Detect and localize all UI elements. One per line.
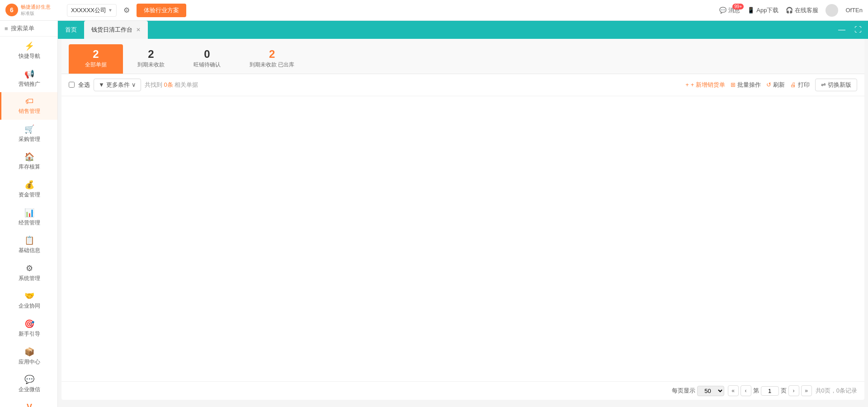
select-all-checkbox[interactable] <box>69 82 75 88</box>
stat-shipped-number: 2 <box>269 48 275 61</box>
toolbar-right: + + 新增销货单 ⊞ 批量操作 ↺ 刷新 🖨 打印 ⇌ 切换新版 <box>685 79 857 91</box>
page-size-selector: 每页显示 50 100 200 <box>672 386 724 396</box>
per-page-label: 每页显示 <box>672 387 695 395</box>
sales-icon: 🏷 <box>25 97 33 106</box>
sidebar-item-inventory[interactable]: 🏠 库存核算 <box>0 147 57 175</box>
toolbar: 全选 ▼ 更多条件 ∨ 共找到 0条 相关单据 + + 新增销货单 <box>61 74 864 96</box>
tab-close-icon[interactable]: ✕ <box>136 27 141 33</box>
sidebar-item-quick-nav[interactable]: ⚡ 快捷导航 <box>0 37 57 65</box>
tab-minimize-btn[interactable]: — <box>835 23 848 36</box>
found-prefix: 共找到 <box>145 81 162 88</box>
gear-icon: ⚙ <box>123 6 130 14</box>
sidebar-item-wechat[interactable]: 💬 企业微信 <box>0 370 57 398</box>
stat-tab-wangpu[interactable]: 0 旺铺待确认 <box>179 44 235 74</box>
sidebar-label-finance: 资金管理 <box>19 192 40 199</box>
switch-label: 切换新版 <box>828 81 851 89</box>
last-page-btn[interactable]: » <box>801 385 812 396</box>
sidebar-item-vip[interactable]: V 畅会员 <box>0 398 57 407</box>
sidebar-item-app-center[interactable]: 📦 应用中心 <box>0 342 57 370</box>
sidebar: ≡ 搜索菜单 ⚡ 快捷导航 📢 营销推广 🏷 销售管理 🛒 采购管理 🏠 库存核… <box>0 0 58 407</box>
quick-nav-icon: ⚡ <box>24 41 34 51</box>
sidebar-item-system[interactable]: ⚙ 系统管理 <box>0 259 57 287</box>
sidebar-search[interactable]: ≡ 搜索菜单 <box>0 21 57 37</box>
batch-label: 批量操作 <box>737 81 761 89</box>
message-action[interactable]: 💬 消息 99+ <box>719 6 740 14</box>
basic-info-icon: 📋 <box>24 235 34 245</box>
refresh-icon: ↺ <box>766 81 771 88</box>
avatar[interactable] <box>826 4 838 17</box>
refresh-button[interactable]: ↺ 刷新 <box>766 81 785 89</box>
sidebar-label-system: 系统管理 <box>19 275 40 282</box>
cooperation-icon: 🤝 <box>24 291 34 301</box>
inventory-icon: 🏠 <box>24 152 34 162</box>
sidebar-item-basic-info[interactable]: 📋 基础信息 <box>0 231 57 259</box>
stat-overdue-number: 2 <box>148 48 154 61</box>
batch-operation-button[interactable]: ⊞ 批量操作 <box>731 81 761 89</box>
found-text: 共找到 0条 相关单据 <box>145 81 198 89</box>
top-header: 6 畅捷通好生意 标准版 XXXXXX公司 ▼ ⚙ 体验行业方案 💬 消息 99… <box>0 0 868 21</box>
pagination-bar: 每页显示 50 100 200 « ‹ 第 页 › » 共0页，0条记录 <box>61 381 864 400</box>
chevron-down-icon: ▼ <box>108 8 113 13</box>
prev-page-btn[interactable]: ‹ <box>741 385 751 396</box>
print-button[interactable]: 🖨 打印 <box>790 81 810 89</box>
tab-home[interactable]: 首页 <box>58 21 84 39</box>
download-icon: 📱 <box>747 7 755 14</box>
settings-button[interactable]: ⚙ <box>120 4 133 17</box>
add-label: + 新增销货单 <box>691 81 725 89</box>
page-label: 第 <box>753 387 759 395</box>
switch-version-button[interactable]: ⇌ 切换新版 <box>815 79 857 91</box>
first-page-btn[interactable]: « <box>728 385 739 396</box>
stat-shipped-desc: 到期未收款 已出库 <box>250 61 294 69</box>
online-service-action[interactable]: 🎧 在线客服 <box>786 6 818 14</box>
table-area <box>61 96 864 381</box>
toolbar-left: 全选 ▼ 更多条件 ∨ 共找到 0条 相关单据 <box>69 79 682 91</box>
username[interactable]: OfTEn <box>845 7 863 14</box>
per-page-select[interactable]: 50 100 200 <box>697 386 724 396</box>
header-right: 💬 消息 99+ 📱 App下载 🎧 在线客服 OfTEn <box>719 4 863 17</box>
content-area: 2 全部单据 2 到期未收款 0 旺铺待确认 2 到期未收款 已出库 全选 <box>61 39 864 400</box>
sidebar-item-purchase[interactable]: 🛒 采购管理 <box>0 120 57 148</box>
sidebar-item-guide[interactable]: 🎯 新手引导 <box>0 314 57 342</box>
home-tab-label: 首页 <box>65 26 77 34</box>
chevron-icon: ∨ <box>132 81 136 88</box>
page-suffix: 页 <box>781 387 787 395</box>
tab-maximize-btn[interactable]: ⛶ <box>852 23 864 36</box>
app-download-action[interactable]: 📱 App下载 <box>747 6 778 14</box>
stat-overdue-desc: 到期未收款 <box>137 61 165 69</box>
stat-tab-overdue[interactable]: 2 到期未收款 <box>123 44 179 74</box>
sidebar-item-cooperation[interactable]: 🤝 企业协同 <box>0 286 57 314</box>
batch-icon: ⊞ <box>731 81 736 88</box>
tab-daily-work[interactable]: 钱货日清工作台 ✕ <box>84 21 148 39</box>
sidebar-label-operations: 经营管理 <box>19 220 40 227</box>
finance-icon: 💰 <box>24 180 34 190</box>
next-page-btn[interactable]: › <box>788 385 799 396</box>
sidebar-item-finance[interactable]: 💰 资金管理 <box>0 175 57 203</box>
sidebar-item-marketing[interactable]: 📢 营销推广 <box>0 65 57 93</box>
app-download-label: App下载 <box>756 6 778 14</box>
print-label: 打印 <box>798 81 810 89</box>
found-suffix: 相关单据 <box>175 81 198 88</box>
daily-work-tab-label: 钱货日清工作台 <box>91 26 132 34</box>
sidebar-item-sales[interactable]: 🏷 销售管理 <box>0 92 57 120</box>
page-input[interactable] <box>761 386 779 396</box>
stat-tab-shipped[interactable]: 2 到期未收款 已出库 <box>235 44 309 74</box>
main-content: 2 全部单据 2 到期未收款 0 旺铺待确认 2 到期未收款 已出库 全选 <box>58 39 868 407</box>
tab-bar: 首页 钱货日清工作台 ✕ — ⛶ <box>58 21 868 39</box>
search-menu-label: 搜索菜单 <box>11 24 34 33</box>
logo-text: 畅捷通好生意 <box>21 4 51 10</box>
sidebar-label-guide: 新手引导 <box>19 331 40 338</box>
stat-tab-all[interactable]: 2 全部单据 <box>69 44 123 74</box>
guide-icon: 🎯 <box>24 319 34 329</box>
header-left: 6 畅捷通好生意 标准版 XXXXXX公司 ▼ ⚙ 体验行业方案 <box>5 4 186 17</box>
filter-button[interactable]: ▼ 更多条件 ∨ <box>94 79 141 91</box>
refresh-label: 刷新 <box>773 81 785 89</box>
company-selector[interactable]: XXXXXX公司 ▼ <box>67 4 117 17</box>
sidebar-label-quick-nav: 快捷导航 <box>19 53 40 60</box>
sidebar-item-operations[interactable]: 📊 经营管理 <box>0 203 57 231</box>
wechat-icon: 💬 <box>24 374 34 384</box>
trial-btn[interactable]: 体验行业方案 <box>137 4 186 17</box>
found-count: 0条 <box>164 81 173 88</box>
logo-icon: 6 <box>5 4 18 16</box>
add-order-button[interactable]: + + 新增销货单 <box>685 81 725 89</box>
sidebar-label-sales: 销售管理 <box>19 108 40 115</box>
